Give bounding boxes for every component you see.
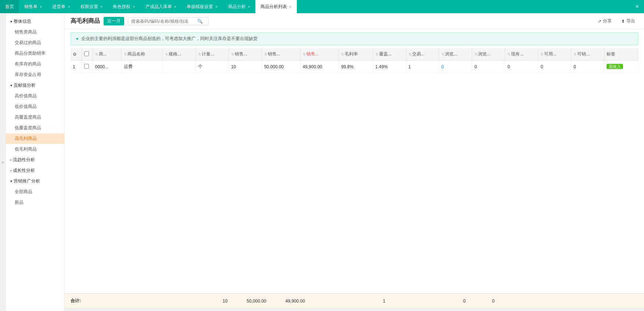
- search-input[interactable]: [131, 19, 197, 24]
- tab-purchase-close[interactable]: ×: [68, 4, 70, 9]
- col-current-stock[interactable]: ⇅现有...: [505, 48, 538, 61]
- sidebar-item-category-rate[interactable]: 商品分类助销率: [6, 48, 64, 59]
- tag-badge: 高收入: [607, 64, 623, 69]
- col-sale-profit[interactable]: ⇅销售...: [300, 48, 339, 61]
- tab-role[interactable]: 角色授权 ×: [108, 0, 140, 13]
- cell-checkbox[interactable]: [82, 61, 93, 73]
- table-header-row: ⚙ ⇅商... ⇅商品名称 ⇅规格...: [71, 48, 638, 61]
- cell-index: 1: [71, 61, 82, 73]
- tab-template[interactable]: 单据模板设置 ×: [181, 0, 223, 13]
- footer-transaction: 1: [381, 299, 388, 304]
- tab-permission[interactable]: 权限设置 ×: [75, 0, 108, 13]
- col-available[interactable]: ⇅可用...: [538, 48, 571, 61]
- sidebar-item-high-margin[interactable]: 高毛利商品: [6, 133, 64, 144]
- sidebar-item-low-value[interactable]: 低价值商品: [6, 101, 64, 112]
- export-icon: ⬆: [621, 19, 625, 24]
- col-sale-amount[interactable]: ⇅销售...: [262, 48, 300, 61]
- tab-sales-close[interactable]: ×: [40, 4, 42, 9]
- footer-cells: 10 50,000.00 49,900.00 1 0 0: [88, 299, 638, 304]
- cell-tag: 高收入: [604, 61, 638, 73]
- arrow-icon: ▾: [10, 83, 12, 87]
- col-browse2[interactable]: ⇅浏览...: [472, 48, 505, 61]
- cell-sale-profit: 49,900.00: [300, 61, 339, 73]
- search-icon[interactable]: 🔍: [197, 19, 203, 24]
- cell-current-stock: 0: [505, 61, 538, 73]
- col-coverage[interactable]: ⇅覆盖...: [373, 48, 406, 61]
- sidebar-item-traded-goods[interactable]: 交易过的商品: [6, 37, 64, 48]
- tab-analysis-close[interactable]: ×: [248, 4, 250, 9]
- footer-salable: 0: [490, 299, 497, 304]
- sidebar-item-high-coverage[interactable]: 高覆盖度商品: [6, 112, 64, 123]
- search-box: 🔍: [128, 17, 209, 25]
- top-nav: 首页 销售单 × 进货单 × 权限设置 × 角色授权 × 产成品入库单 × 单据…: [0, 0, 644, 13]
- export-button[interactable]: ⬆ 导出: [618, 17, 638, 25]
- cell-code: 0000...: [93, 61, 121, 73]
- sidebar-item-stock-goods[interactable]: 有库存的商品: [6, 59, 64, 69]
- share-icon: ↗: [598, 19, 601, 24]
- cell-salable: 0: [571, 61, 604, 73]
- arrow-icon: ▾: [10, 179, 12, 183]
- tab-purchase[interactable]: 进货单 ×: [47, 0, 75, 13]
- sidebar-item-all-goods[interactable]: 全部商品: [6, 187, 64, 197]
- sidebar-item-high-value[interactable]: 高价值商品: [6, 91, 64, 101]
- row-checkbox[interactable]: [84, 64, 89, 69]
- arrow-icon: ›: [10, 169, 11, 173]
- cell-browse1[interactable]: 0: [439, 61, 472, 73]
- data-table: ⚙ ⇅商... ⇅商品名称 ⇅规格...: [71, 48, 638, 73]
- cell-spec: [162, 61, 195, 73]
- period-button[interactable]: 近一月: [104, 17, 124, 25]
- table-row: 1 0000... 运费 个 10 50,000.00 49,900.00 99…: [71, 61, 638, 73]
- col-browse1[interactable]: ⇅浏览...: [439, 48, 472, 61]
- sidebar-item-stock-fund[interactable]: 库存资金占用: [6, 69, 64, 80]
- sidebar-item-low-margin[interactable]: 低毛利商品: [6, 144, 64, 155]
- sidebar-item-low-coverage[interactable]: 低覆盖度商品: [6, 123, 64, 133]
- tab-permission-close[interactable]: ×: [100, 4, 102, 9]
- cell-available: 0: [538, 61, 571, 73]
- tab-product-warehouse[interactable]: 产成品入库单 ×: [140, 0, 181, 13]
- col-settings[interactable]: ⚙: [71, 48, 82, 61]
- sidebar-item-sales-goods[interactable]: 销售类商品: [6, 27, 64, 37]
- arrow-icon: ▾: [10, 19, 12, 23]
- col-name[interactable]: ⇅商品名称: [121, 48, 162, 61]
- col-sale-count[interactable]: ⇅销售...: [229, 48, 262, 61]
- sidebar-item-new-goods[interactable]: 新品: [6, 197, 64, 208]
- sidebar: ▾ 整体信息 销售类商品 交易过的商品 商品分类助销率 有库存的商品 库存资金占…: [6, 13, 65, 311]
- cell-name: 运费: [121, 61, 162, 73]
- info-banner: ✦ 企业的主要的利润都是这部分商品创造的，可考虑加大推广，同时关注库存是不要出现…: [71, 32, 638, 45]
- tab-analysis-list-close[interactable]: ×: [289, 4, 291, 9]
- sidebar-group-marketing[interactable]: ▾ 营销推广分析: [6, 176, 64, 187]
- col-gross-margin[interactable]: ⇅毛利率: [339, 48, 373, 61]
- cell-unit: 个: [195, 61, 229, 73]
- sidebar-group-overall[interactable]: ▾ 整体信息: [6, 16, 64, 27]
- tab-product-warehouse-close[interactable]: ×: [174, 4, 176, 9]
- sidebar-group-contribution[interactable]: ▾ 贡献值分析: [6, 80, 64, 91]
- page-title: 高毛利商品: [71, 17, 100, 25]
- col-transaction[interactable]: ⇅交易...: [406, 48, 439, 61]
- tab-role-close[interactable]: ×: [133, 4, 135, 9]
- tab-home[interactable]: 首页: [0, 0, 19, 13]
- share-button[interactable]: ↗ 分享: [595, 17, 615, 25]
- footer-available: 0: [461, 299, 468, 304]
- col-spec[interactable]: ⇅规格...: [162, 48, 195, 61]
- tab-analysis-list[interactable]: 商品分析列表 ×: [255, 0, 296, 13]
- col-checkbox[interactable]: [82, 48, 93, 61]
- tab-template-close[interactable]: ×: [215, 4, 217, 9]
- cell-sale-count: 10: [229, 61, 262, 73]
- horizontal-scrollbar[interactable]: [65, 308, 644, 311]
- col-unit[interactable]: ⇅计量...: [195, 48, 229, 61]
- tab-sales[interactable]: 销售单 ×: [19, 0, 47, 13]
- col-tag[interactable]: 标签: [604, 48, 638, 61]
- sidebar-group-trend[interactable]: › 流趋性分析: [6, 155, 64, 165]
- cell-gross-margin: 99.8%: [339, 61, 373, 73]
- sidebar-group-growth[interactable]: › 成长性分析: [6, 165, 64, 176]
- sidebar-toggle[interactable]: «: [0, 13, 6, 311]
- tab-analysis[interactable]: 商品分析 ×: [223, 0, 255, 13]
- footer-sale-count: 10: [220, 299, 230, 304]
- content-area: 高毛利商品 近一月 🔍 ↗ 分享 ⬆ 导出 ✦ 企业的主要的利润都是这部分商品创…: [65, 13, 644, 311]
- content-header: 高毛利商品 近一月 🔍 ↗ 分享 ⬆ 导出: [65, 13, 644, 29]
- cell-coverage: 1.49%: [373, 61, 406, 73]
- col-salable[interactable]: ⇅可销...: [571, 48, 604, 61]
- col-code[interactable]: ⇅商...: [93, 48, 121, 61]
- select-all-checkbox[interactable]: [84, 51, 89, 56]
- window-close[interactable]: ×: [630, 0, 644, 13]
